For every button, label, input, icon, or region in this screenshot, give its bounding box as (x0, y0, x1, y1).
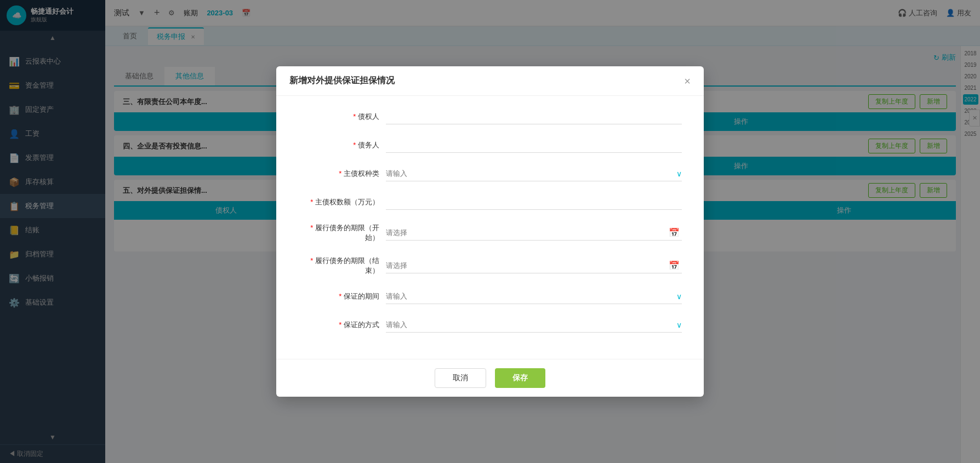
select-wrapper-zhuzhaiquanzhonglei: ∨ (386, 166, 682, 181)
label-text: 主债权种类 (344, 169, 379, 178)
modal-close-button[interactable]: × (684, 76, 691, 87)
label-lvxingstart: * 履行债务的期限（开始） (298, 223, 386, 243)
required-marker: * (310, 224, 313, 232)
chevron-down-icon-3[interactable]: ∨ (676, 321, 682, 329)
select-wrapper-baozhengqijian: ∨ (386, 289, 682, 304)
form-row-lvxingstart: * 履行债务的期限（开始） 📅 (298, 223, 682, 243)
modal-body: * 债权人 * 债务人 * 主债权种类 (276, 96, 704, 359)
form-row-zhaiwuren: * 债务人 (298, 138, 682, 153)
label-text: 履行债务的期限（结束） (315, 256, 379, 275)
form-row-baozhengfangshi: * 保证的方式 ∨ (298, 317, 682, 333)
required-marker: * (353, 141, 356, 149)
required-marker: * (339, 169, 341, 178)
required-marker: * (310, 198, 313, 206)
select-input-zhuzhaiquanzhonglei[interactable] (386, 166, 676, 181)
input-zhuzhaiquanshoue[interactable] (386, 195, 682, 210)
select-input-baozhengqijian[interactable] (386, 289, 676, 304)
label-zhaiwuren: * 债务人 (298, 140, 386, 150)
label-baozhengqijian: * 保证的期间 (298, 291, 386, 301)
modal-header: 新增对外提供保证担保情况 × (276, 66, 704, 96)
required-marker: * (310, 256, 313, 265)
required-marker: * (353, 112, 356, 121)
label-zhuzhaiquanshoue: * 主债权数额（万元） (298, 197, 386, 207)
date-input-lvxingend[interactable] (386, 258, 666, 273)
form-row-zhuzhaiquanshoue: * 主债权数额（万元） (298, 195, 682, 210)
form-row-zhaiquanren: * 债权人 (298, 109, 682, 124)
input-zhaiquanren[interactable] (386, 109, 682, 124)
form-row-baozhengqijian: * 保证的期间 ∨ (298, 289, 682, 304)
modal-footer: 取消 保存 (276, 359, 704, 397)
chevron-down-icon[interactable]: ∨ (676, 169, 682, 178)
modal-title: 新增对外提供保证担保情况 (289, 75, 395, 87)
label-text: 债务人 (358, 141, 379, 149)
label-text: 主债权数额（万元） (315, 198, 379, 206)
label-text: 履行债务的期限（开始） (315, 224, 379, 242)
form-row-zhuzhaiquanzhonglei: * 主债权种类 ∨ (298, 166, 682, 181)
save-button[interactable]: 保存 (495, 368, 545, 388)
label-baozhengfangshi: * 保证的方式 (298, 320, 386, 330)
label-zhuzhaiquanzhonglei: * 主债权种类 (298, 169, 386, 179)
label-lvxingend: * 履行债务的期限（结束） (298, 256, 386, 276)
label-zhaiquanren: * 债权人 (298, 112, 386, 122)
date-wrapper-lvxingstart: 📅 (386, 225, 682, 241)
label-text: 保证的期间 (344, 292, 379, 300)
modal-overlay: 新增对外提供保证担保情况 × * 债权人 * 债务人 (0, 0, 980, 463)
modal-dialog: 新增对外提供保证担保情况 × * 债权人 * 债务人 (276, 66, 704, 397)
date-wrapper-lvxingend: 📅 (386, 258, 682, 273)
chevron-down-icon-2[interactable]: ∨ (676, 292, 682, 301)
label-text: 债权人 (358, 112, 379, 121)
calendar-end-icon[interactable]: 📅 (666, 260, 682, 271)
form-row-lvxingend: * 履行债务的期限（结束） 📅 (298, 256, 682, 276)
required-marker: * (339, 321, 341, 329)
select-input-baozhengfangshi[interactable] (386, 317, 676, 332)
cancel-button[interactable]: 取消 (435, 368, 486, 388)
select-wrapper-baozhengfangshi: ∨ (386, 317, 682, 333)
date-input-lvxingstart[interactable] (386, 225, 666, 240)
input-zhaiwuren[interactable] (386, 138, 682, 153)
label-text: 保证的方式 (344, 321, 379, 329)
calendar-start-icon[interactable]: 📅 (666, 227, 682, 238)
required-marker: * (339, 292, 341, 300)
